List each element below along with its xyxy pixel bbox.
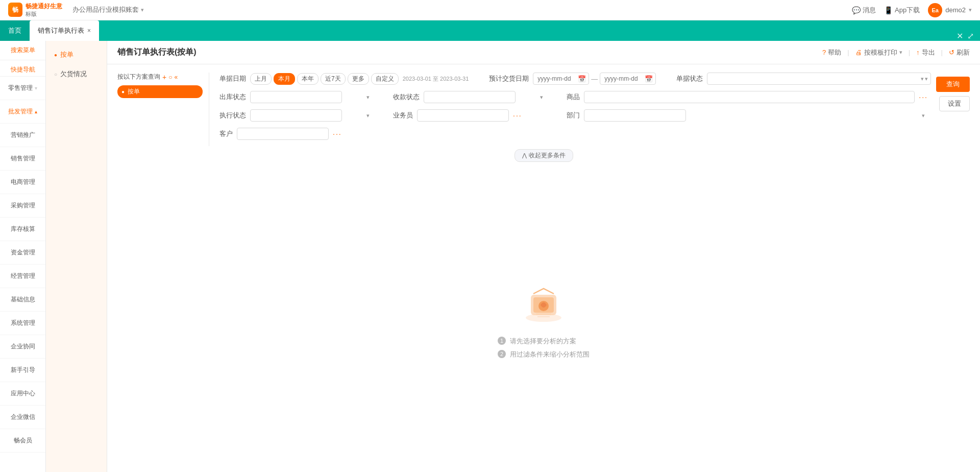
exec-status-select-wrapper	[250, 109, 373, 122]
filter-scheme-label: 按以下方案查询	[117, 73, 160, 81]
message-icon: 💬	[852, 6, 861, 14]
sidebar-item-stock[interactable]: 库存核算	[0, 218, 45, 241]
sidebar-item-purchase[interactable]: 采购管理	[0, 194, 45, 218]
sidebar-item-basic[interactable]: 基础信息	[0, 288, 45, 312]
sidebar-item-coop[interactable]: 企业协同	[0, 335, 45, 359]
sidebar-item-member[interactable]: 畅会员	[0, 429, 45, 453]
user-menu[interactable]: Ea demo2 ▾	[928, 3, 972, 17]
refresh-btn[interactable]: ↺ 刷新	[949, 48, 970, 57]
scheme-bullet-icon: ●	[121, 89, 125, 95]
empty-tip-2: 2 用过滤条件来缩小分析范围	[498, 350, 590, 359]
sidebar-item-ecom[interactable]: 电商管理	[0, 171, 45, 194]
refresh-icon: ↺	[949, 49, 954, 56]
user-chevron-icon: ▾	[969, 7, 972, 13]
settings-button[interactable]: 设置	[939, 96, 970, 111]
sidebar-item-operation[interactable]: 经营管理	[0, 265, 45, 288]
filter-customer-item: 客户 ···	[219, 128, 373, 140]
sub-menu-item-arrears[interactable]: ○ 欠货情况	[46, 64, 107, 84]
sidebar-item-sales[interactable]: 销售管理	[0, 147, 45, 171]
doc-status-select-wrapper	[707, 73, 931, 85]
filter-buttons: 查询 设置	[928, 73, 970, 146]
top-bar-left: 畅 畅捷通好生意 标版 办公用品行业模拟账套 ▾	[8, 3, 144, 18]
message-btn[interactable]: 💬 消息	[852, 6, 876, 15]
sidebar-item-wholesale[interactable]: 批发管理 ▴	[0, 100, 45, 124]
arrears-bullet-icon: ○	[54, 72, 57, 77]
sidebar-item-system[interactable]: 系统管理	[0, 312, 45, 335]
date-btn-this-month[interactable]: 本月	[274, 73, 295, 85]
scheme-collapse-icon[interactable]: «	[174, 74, 178, 81]
empty-illustration	[518, 279, 569, 331]
sidebar-search-label[interactable]: 搜索菜单	[4, 46, 41, 55]
dept-select[interactable]	[584, 109, 686, 122]
customer-label: 客户	[219, 129, 233, 138]
export-icon: ↑	[916, 49, 920, 56]
customer-more-icon[interactable]: ···	[333, 130, 342, 138]
exec-status-select[interactable]	[250, 109, 342, 122]
date-label: 单据日期	[219, 74, 246, 83]
date-btn-7days[interactable]: 近7天	[321, 73, 346, 85]
chevron-down-icon: ▾	[141, 7, 144, 13]
date-btn-custom[interactable]: 自定义	[371, 73, 399, 85]
logo-text: 畅捷通好生意 标版	[26, 3, 62, 18]
empty-state: 1 请先选择要分析的方案 2 用过滤条件来缩小分析范围	[498, 279, 590, 359]
logo-area: 畅 畅捷通好生意 标版	[8, 3, 62, 18]
sidebar-item-guide[interactable]: 新手引导	[0, 359, 45, 382]
filter-body: 按以下方案查询 + ○ « ● 按单	[117, 73, 970, 146]
tab-sales-exec-list[interactable]: 销售订单执行表 ×	[30, 20, 99, 41]
app-title[interactable]: 办公用品行业模拟账套 ▾	[72, 5, 144, 14]
calendar-start-icon[interactable]: 📅	[578, 75, 586, 83]
payment-status-select[interactable]	[424, 91, 516, 103]
sidebar-item-marketing[interactable]: 营销推广	[0, 124, 45, 147]
tab-home[interactable]: 首页	[0, 20, 30, 41]
tip-num-1: 1	[498, 337, 506, 345]
filter-area: 按以下方案查询 + ○ « ● 按单	[107, 64, 980, 166]
sidebar-quick-nav[interactable]: 快捷导航	[0, 60, 45, 77]
scheme-circle-icon[interactable]: ○	[168, 74, 172, 81]
filter-expected-date-item: 预计交货日期 📅 — 📅	[489, 73, 656, 85]
product-more-icon[interactable]: ···	[919, 93, 928, 101]
salesman-more-icon[interactable]: ···	[513, 111, 522, 120]
date-btn-this-year[interactable]: 本年	[297, 73, 318, 85]
filter-row-1: 单据日期 上月 本月 本年 近7天 更多 自定义 2023-03-01 至 20…	[219, 73, 928, 85]
product-input[interactable]	[584, 91, 915, 103]
tab-close-icon[interactable]: ×	[87, 27, 91, 34]
date-separator: —	[591, 75, 598, 83]
filter-scheme-section: 按以下方案查询 + ○ « ● 按单	[117, 73, 209, 146]
date-btn-last-month[interactable]: 上月	[250, 73, 272, 85]
divider3: |	[941, 49, 943, 56]
home-tab-label: 首页	[8, 26, 21, 35]
help-btn[interactable]: ? 帮助	[822, 48, 841, 57]
print-btn[interactable]: 🖨 按模板打印 ▾	[855, 48, 902, 57]
expected-date-label: 预计交货日期	[489, 74, 529, 83]
sidebar-item-finance[interactable]: 资金管理	[0, 241, 45, 265]
scheme-item-order[interactable]: ● 按单	[117, 85, 203, 98]
sidebar-item-wechat[interactable]: 企业微信	[0, 406, 45, 429]
expected-date-range: 📅 — 📅	[533, 73, 656, 85]
filter-payment-status-item: 收款状态	[393, 91, 546, 103]
sidebar-item-retail[interactable]: 零售管理 ▾	[0, 77, 45, 100]
print-icon: 🖨	[855, 49, 862, 56]
help-icon: ?	[822, 49, 826, 56]
calendar-end-icon[interactable]: 📅	[645, 75, 653, 83]
doc-status-select[interactable]	[707, 73, 931, 85]
export-btn[interactable]: ↑ 导出	[916, 48, 935, 57]
query-button[interactable]: 查询	[936, 77, 970, 92]
customer-input[interactable]	[237, 128, 329, 140]
out-status-select[interactable]	[250, 91, 342, 103]
sales-tab-label: 销售订单执行表	[38, 26, 84, 35]
product-label: 商品	[567, 92, 580, 102]
filter-row-4: 客户 ···	[219, 128, 928, 140]
sidebar-search[interactable]: 搜索菜单	[0, 41, 45, 60]
sub-menu-item-order[interactable]: ● 按单	[46, 45, 107, 64]
sidebar-item-appstore[interactable]: 应用中心	[0, 382, 45, 406]
salesman-input[interactable]	[417, 109, 509, 122]
app-download-btn[interactable]: 📱 App下载	[884, 6, 920, 15]
scheme-add-icon[interactable]: +	[162, 73, 166, 81]
date-btn-more[interactable]: 更多	[348, 73, 369, 85]
svg-rect-4	[536, 313, 551, 315]
collapse-more-btn[interactable]: ⋀ 收起更多条件	[514, 149, 573, 162]
filter-dept-item: 部门	[567, 109, 928, 122]
filter-out-status-item: 出库状态	[219, 91, 373, 103]
nav-close-window-icon[interactable]: ✕	[957, 31, 963, 41]
nav-expand-icon[interactable]: ⤢	[967, 31, 974, 41]
